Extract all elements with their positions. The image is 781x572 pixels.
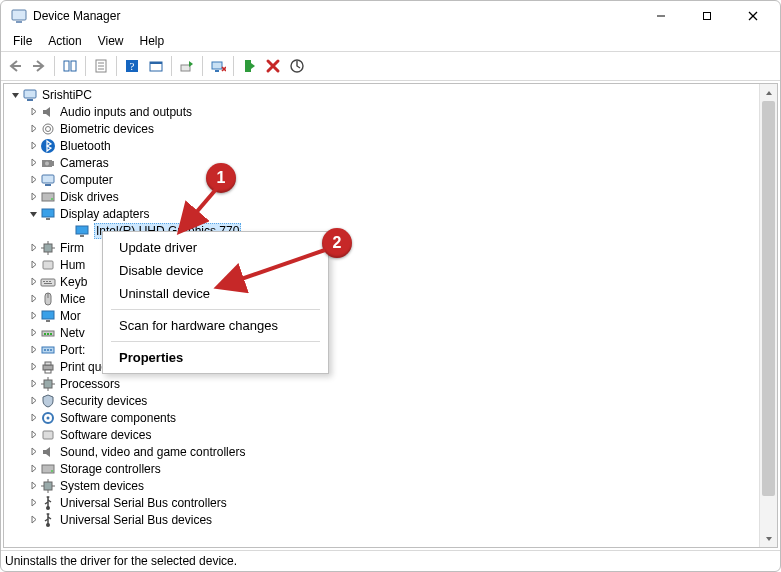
menu-file[interactable]: File — [7, 33, 42, 49]
context-menu-separator — [111, 309, 320, 310]
menu-help[interactable]: Help — [134, 33, 175, 49]
tree-node[interactable]: Computer — [6, 171, 777, 188]
svg-rect-54 — [47, 333, 49, 335]
expander-icon[interactable] — [26, 513, 40, 527]
svg-rect-47 — [44, 283, 52, 284]
expander-icon[interactable] — [26, 343, 40, 357]
device-label: Disk drives — [60, 190, 119, 204]
expander-icon[interactable] — [26, 428, 40, 442]
tree-node[interactable]: Processors — [6, 375, 777, 392]
menu-action[interactable]: Action — [42, 33, 91, 49]
scan-hardware-button[interactable] — [285, 54, 309, 78]
expander-icon[interactable] — [26, 156, 40, 170]
svg-point-58 — [47, 349, 49, 351]
device-label: Audio inputs and outputs — [60, 105, 192, 119]
device-label: Sound, video and game controllers — [60, 445, 245, 459]
svg-rect-28 — [52, 161, 54, 166]
context-menu-item[interactable]: Scan for hardware changes — [103, 314, 328, 337]
help-button[interactable]: ? — [120, 54, 144, 78]
scroll-thumb[interactable] — [762, 101, 775, 496]
enable-device-button[interactable] — [237, 54, 261, 78]
tree-node[interactable]: Storage controllers — [6, 460, 777, 477]
expander-icon[interactable] — [26, 479, 40, 493]
tree-node[interactable]: Software components — [6, 409, 777, 426]
tree-node[interactable]: Bluetooth — [6, 137, 777, 154]
svg-point-57 — [44, 349, 46, 351]
menu-view[interactable]: View — [92, 33, 134, 49]
svg-rect-53 — [44, 333, 46, 335]
show-hide-tree-button[interactable] — [58, 54, 82, 78]
titlebar: Device Manager — [1, 1, 780, 31]
expander-icon[interactable] — [26, 173, 40, 187]
device-icon — [40, 104, 56, 120]
expander-icon[interactable] — [26, 105, 40, 119]
context-menu-separator — [111, 341, 320, 342]
scroll-down-button[interactable] — [760, 530, 777, 547]
tree-root[interactable]: SrishtiPC — [6, 86, 777, 103]
nav-back-button[interactable] — [3, 54, 27, 78]
tree-node[interactable]: System devices — [6, 477, 777, 494]
scrollbar[interactable] — [759, 84, 777, 547]
expander-icon[interactable] — [26, 394, 40, 408]
svg-rect-51 — [46, 320, 50, 322]
expander-icon[interactable] — [26, 411, 40, 425]
device-label: Biometric devices — [60, 122, 154, 136]
tree-node[interactable]: Universal Serial Bus controllers — [6, 494, 777, 511]
content-area: SrishtiPCAudio inputs and outputsBiometr… — [1, 81, 780, 551]
status-text: Uninstalls the driver for the selected d… — [5, 554, 237, 568]
properties-button[interactable] — [89, 54, 113, 78]
expander-icon[interactable] — [26, 377, 40, 391]
expander-icon[interactable] — [8, 88, 22, 102]
svg-rect-3 — [704, 13, 711, 20]
expander-icon[interactable] — [26, 326, 40, 340]
svg-rect-15 — [150, 62, 162, 64]
svg-rect-7 — [71, 61, 76, 71]
uninstall-device-button[interactable] — [261, 54, 285, 78]
expander-icon[interactable] — [26, 190, 40, 204]
update-driver-button[interactable] — [175, 54, 199, 78]
expander-icon[interactable] — [26, 258, 40, 272]
device-label: Storage controllers — [60, 462, 161, 476]
expander-icon[interactable] — [26, 275, 40, 289]
scroll-up-button[interactable] — [760, 84, 777, 101]
svg-rect-22 — [27, 99, 33, 101]
device-label: Computer — [60, 173, 113, 187]
device-icon — [40, 274, 56, 290]
maximize-button[interactable] — [684, 1, 730, 31]
expander-icon[interactable] — [26, 122, 40, 136]
device-label: Cameras — [60, 156, 109, 170]
tree-node[interactable]: Audio inputs and outputs — [6, 103, 777, 120]
nav-forward-button[interactable] — [27, 54, 51, 78]
expander-icon[interactable] — [26, 241, 40, 255]
expander-icon[interactable] — [26, 292, 40, 306]
action-button[interactable] — [144, 54, 168, 78]
expander-icon[interactable] — [26, 496, 40, 510]
expander-icon[interactable] — [26, 360, 40, 374]
device-label: System devices — [60, 479, 144, 493]
tree-node[interactable]: Display adapters — [6, 205, 777, 222]
svg-rect-18 — [215, 70, 219, 72]
window-title: Device Manager — [33, 9, 120, 23]
device-icon — [40, 240, 56, 256]
device-label: Netv — [60, 326, 85, 340]
tree-node[interactable]: Sound, video and game controllers — [6, 443, 777, 460]
expander-icon[interactable] — [60, 224, 74, 238]
tree-node[interactable]: Biometric devices — [6, 120, 777, 137]
tree-node[interactable]: Cameras — [6, 154, 777, 171]
svg-line-80 — [182, 187, 218, 229]
expander-icon[interactable] — [26, 309, 40, 323]
expander-icon[interactable] — [26, 139, 40, 153]
close-button[interactable] — [730, 1, 776, 31]
tree-node[interactable]: Software devices — [6, 426, 777, 443]
tree-node[interactable]: Universal Serial Bus devices — [6, 511, 777, 528]
disable-device-button[interactable] — [206, 54, 230, 78]
expander-icon[interactable] — [26, 445, 40, 459]
expander-icon[interactable] — [26, 207, 40, 221]
device-label: Hum — [60, 258, 85, 272]
svg-point-23 — [43, 124, 53, 134]
minimize-button[interactable] — [638, 1, 684, 31]
context-menu-item[interactable]: Properties — [103, 346, 328, 369]
expander-icon[interactable] — [26, 462, 40, 476]
tree-node[interactable]: Disk drives — [6, 188, 777, 205]
tree-node[interactable]: Security devices — [6, 392, 777, 409]
